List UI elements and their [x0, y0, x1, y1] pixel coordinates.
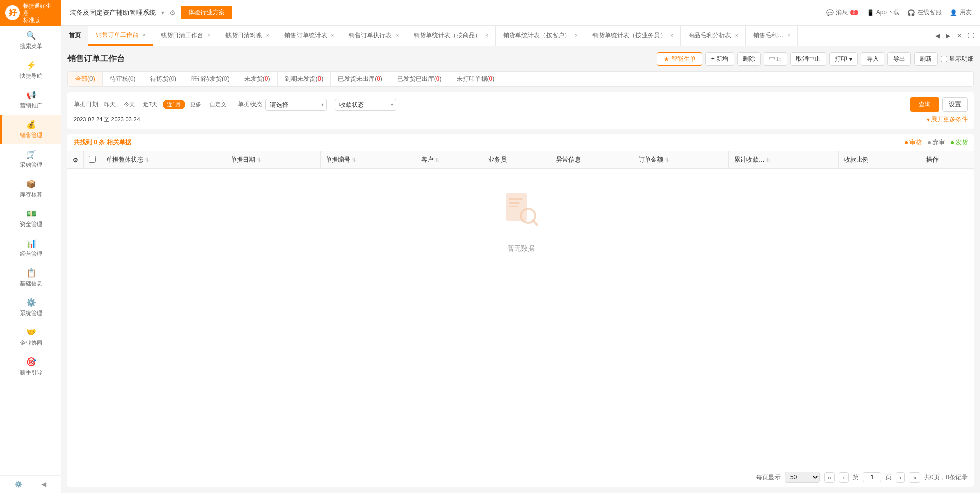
tab-fullscreen-icon[interactable]: ⛶ — [966, 31, 976, 40]
display-detail-checkbox[interactable] — [941, 56, 947, 62]
audit-btn[interactable]: 审核 — [905, 138, 922, 147]
tab-7[interactable]: 销货单统计表（按客户）× — [496, 26, 585, 46]
tab-close-3[interactable]: × — [266, 33, 269, 38]
filter-tab-2[interactable]: 待拣货(0) — [143, 72, 184, 86]
th-salesperson[interactable]: 业务员 — [483, 151, 551, 169]
smart-create-btn[interactable]: ★ 智能生单 — [657, 52, 702, 66]
tab-10[interactable]: 销售毛利…× — [746, 26, 799, 46]
th-date[interactable]: 单据日期⇅ — [225, 151, 321, 169]
last-page-btn[interactable]: » — [909, 472, 920, 483]
settings-icon[interactable]: ⚙️ — [15, 481, 22, 488]
date-shortcut-0[interactable]: 昨天 — [101, 100, 119, 109]
th-exception[interactable]: 异常信息 — [551, 151, 633, 169]
sidebar-item-系统管理[interactable]: ⚙️系统管理 — [0, 293, 61, 322]
tab-close-all-icon[interactable]: ✕ — [954, 31, 964, 40]
table-scroll[interactable]: ⚙ 单据整体状态⇅ 单据日期⇅ 单据编号⇅ — [67, 151, 974, 467]
delete-btn[interactable]: 删除 — [737, 52, 761, 66]
tab-0[interactable]: 首页 — [61, 26, 88, 46]
tab-8[interactable]: 销货单统计表（按业务员）× — [585, 26, 681, 46]
date-shortcut-1[interactable]: 今天 — [121, 100, 138, 109]
tab-2[interactable]: 钱货日清工作台× — [153, 26, 218, 46]
sidebar-item-搜索菜单[interactable]: 🔍搜索菜单 — [0, 26, 61, 55]
message-action[interactable]: 💬 消息 6 — [826, 8, 858, 17]
first-page-btn[interactable]: « — [824, 472, 835, 483]
display-detail-label[interactable]: 显示明细 — [941, 55, 974, 63]
filter-tab-5[interactable]: 到期未发货(0) — [278, 72, 331, 86]
export-btn[interactable]: 导出 — [887, 52, 911, 66]
sidebar-item-基础信息[interactable]: 📋基础信息 — [0, 263, 61, 293]
user-action[interactable]: 👤 用友 — [950, 8, 972, 17]
app-download-action[interactable]: 📱 App下载 — [867, 8, 899, 17]
payment-select[interactable]: 收款状态 — [335, 99, 396, 111]
stop-btn[interactable]: 中止 — [764, 52, 787, 66]
refresh-btn[interactable]: 刷新 — [914, 52, 938, 66]
filter-tab-1[interactable]: 待审核(0) — [103, 72, 144, 86]
query-btn[interactable]: 查询 — [910, 97, 939, 112]
per-page-select[interactable]: 20 50 100 — [785, 472, 820, 483]
online-service-action[interactable]: 🎧 在线客服 — [907, 8, 942, 17]
tab-1[interactable]: 销售订单工作台× — [88, 26, 153, 46]
industry-btn[interactable]: 体验行业方案 — [181, 6, 232, 19]
filter-tab-7[interactable]: 已发货已出库(0) — [390, 72, 449, 86]
prev-page-btn[interactable]: ‹ — [839, 472, 848, 483]
sidebar-item-采购管理[interactable]: 🛒采购管理 — [0, 144, 61, 174]
sidebar-item-新手引导[interactable]: 🎯新手引导 — [0, 352, 61, 382]
filter-tab-8[interactable]: 未打印单据(0) — [449, 72, 502, 86]
th-settings[interactable]: ⚙ — [67, 151, 84, 169]
filter-tab-4[interactable]: 未发货(0) — [237, 72, 278, 86]
status-select[interactable]: 请选择 — [265, 99, 327, 111]
filter-tab-0[interactable]: 全部(0) — [68, 72, 103, 86]
select-all-checkbox[interactable] — [89, 156, 96, 163]
print-btn[interactable]: 打印 ▾ — [829, 52, 858, 66]
tab-close-9[interactable]: × — [735, 33, 738, 38]
tab-close-8[interactable]: × — [670, 33, 673, 38]
sidebar-item-经营管理[interactable]: 📊经营管理 — [0, 233, 61, 263]
tab-9[interactable]: 商品毛利分析表× — [681, 26, 746, 46]
date-shortcut-2[interactable]: 近7天 — [140, 100, 161, 109]
tab-close-10[interactable]: × — [788, 33, 791, 38]
tab-close-7[interactable]: × — [575, 33, 578, 38]
sidebar-item-资金管理[interactable]: 💵资金管理 — [0, 204, 61, 233]
sidebar-item-销售管理[interactable]: 💰销售管理 — [0, 115, 61, 144]
cancel-stop-btn[interactable]: 取消中止 — [790, 52, 826, 66]
tab-close-1[interactable]: × — [143, 32, 146, 38]
tab-5[interactable]: 销售订单执行表× — [341, 26, 406, 46]
import-btn[interactable]: 导入 — [861, 52, 884, 66]
tab-close-6[interactable]: × — [485, 33, 488, 38]
tab-6[interactable]: 销货单统计表（按商品）× — [406, 26, 496, 46]
sidebar-item-库存核算[interactable]: 📦库存核算 — [0, 174, 61, 204]
page-input[interactable] — [863, 472, 881, 482]
tab-label-7: 销货单统计表（按客户） — [503, 31, 571, 40]
deliver-btn[interactable]: 发货 — [951, 138, 968, 147]
settings-btn[interactable]: 设置 — [942, 97, 968, 112]
tab-close-2[interactable]: × — [208, 33, 211, 38]
sidebar-item-营销推广[interactable]: 📢营销推广 — [0, 85, 61, 115]
per-page-select-wrapper: 20 50 100 — [785, 472, 820, 483]
expand-filter-btn[interactable]: ▾ 展开更多条件 — [927, 115, 968, 124]
tab-close-4[interactable]: × — [331, 33, 334, 38]
tab-4[interactable]: 销售订单统计表× — [277, 26, 342, 46]
collapse-icon[interactable]: ◀ — [41, 481, 46, 488]
date-shortcut-5[interactable]: 自定义 — [207, 100, 230, 109]
reject-btn[interactable]: 弃审 — [928, 138, 945, 147]
sidebar-item-快捷导航[interactable]: ⚡快捷导航 — [0, 55, 61, 85]
add-btn[interactable]: + 新增 — [705, 52, 734, 66]
th-collected[interactable]: 累计收款…⇅ — [728, 151, 838, 169]
dropdown-icon[interactable]: ▾ — [161, 9, 164, 16]
filter-tab-6[interactable]: 已发货未出库(0) — [331, 72, 390, 86]
sidebar-item-企业协同[interactable]: 🤝企业协同 — [0, 322, 61, 352]
th-status[interactable]: 单据整体状态⇅ — [101, 151, 225, 169]
gear-icon[interactable]: ⚙ — [169, 9, 176, 17]
th-customer[interactable]: 客户⇅ — [416, 151, 483, 169]
th-number[interactable]: 单据编号⇅ — [321, 151, 416, 169]
tab-3[interactable]: 钱货日清对账× — [218, 26, 277, 46]
filter-tab-3[interactable]: 旺铺待发货(0) — [184, 72, 237, 86]
date-shortcut-3[interactable]: 近1月 — [163, 100, 185, 109]
th-amount[interactable]: 订单金额⇅ — [633, 151, 729, 169]
next-page-btn[interactable]: › — [896, 472, 905, 483]
date-shortcut-4[interactable]: 更多 — [187, 100, 204, 109]
tab-next-icon[interactable]: ▶ — [944, 31, 952, 40]
tab-prev-icon[interactable]: ◀ — [933, 31, 942, 40]
th-checkbox[interactable] — [84, 151, 101, 169]
tab-close-5[interactable]: × — [396, 33, 399, 38]
